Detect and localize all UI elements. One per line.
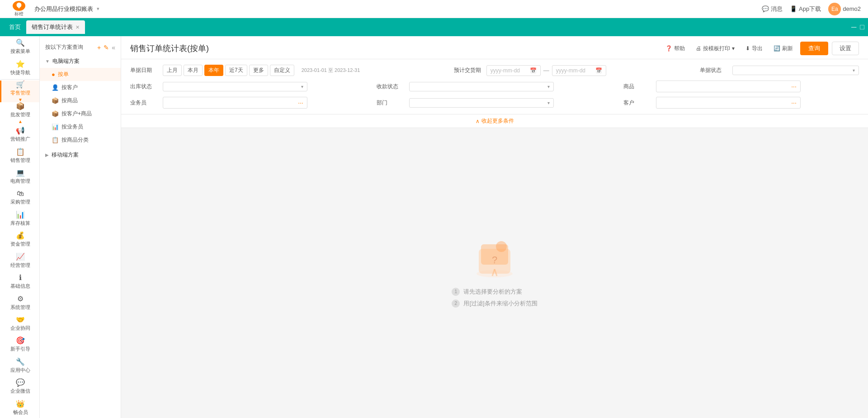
sidebar-item-appcenter[interactable]: 🔧 应用中心 <box>0 355 39 376</box>
app-title: 办公用品行业模拟账表 <box>34 5 93 13</box>
by-product-category-icon: 📋 <box>52 137 59 143</box>
panel-collapse-button[interactable]: « <box>112 44 115 51</box>
customer-more-icon[interactable]: ··· <box>791 99 797 106</box>
sidebar-item-finance[interactable]: 💰 资金管理 <box>0 229 39 250</box>
empty-hint-2: 2 用[过滤]条件来缩小分析范围 <box>452 299 537 308</box>
message-button[interactable]: 💬 消息 <box>762 5 783 13</box>
empty-hints: 1 请先选择要分析的方案 2 用[过滤]条件来缩小分析范围 <box>452 288 537 311</box>
collapse-chevron-icon: ∧ <box>476 118 480 124</box>
date-custom-button[interactable]: 自定义 <box>270 65 294 76</box>
newbie-icon: 🎯 <box>16 336 25 345</box>
right-main: 销售订单统计表(按单) ❓ 帮助 🖨 按模板打印 ▾ ⬇ 导出 <box>121 36 868 418</box>
sidebar-item-system[interactable]: ⚙ 系统管理 <box>0 292 39 313</box>
member-icon: 👑 <box>16 399 25 408</box>
product-select[interactable]: ··· <box>656 81 801 92</box>
app-dropdown-arrow[interactable]: ▾ <box>97 6 99 12</box>
sidebar-item-operation[interactable]: 📈 经营管理 <box>0 250 39 271</box>
user-menu[interactable]: Ea demo2 <box>828 3 861 15</box>
sidebar-item-inventory[interactable]: 📊 库存核算 <box>0 208 39 229</box>
sidebar-search[interactable]: 🔍 搜索菜单 <box>0 36 39 57</box>
date-this-year-button[interactable]: 本年 <box>204 65 223 76</box>
date-last-7-days-button[interactable]: 近7天 <box>225 65 247 76</box>
query-button[interactable]: 查询 <box>800 42 828 55</box>
sidebar-item-purchase[interactable]: 🛍 采购管理 <box>0 187 39 208</box>
print-dropdown-icon: ▾ <box>732 45 735 52</box>
help-button[interactable]: ❓ 帮助 <box>662 43 689 54</box>
empty-area: ? 1 请先选择要分析的方案 2 用[过滤]条件来缩小分析范围 <box>121 128 868 418</box>
sidebar-item-marketing[interactable]: 📢 营销推广 <box>0 124 39 145</box>
filter-row-1: 单据日期 上月 本月 本年 近7天 更多 自定义 2023-01-01 至 20… <box>130 65 859 76</box>
sidebar: 🔍 搜索菜单 ⭐ 快捷导航 🛒 零售管理 ▼ 📦 批发管理 ▲ 📢 营销推广 📋… <box>0 36 40 418</box>
sidebar-item-retail[interactable]: 🛒 零售管理 ▼ <box>0 81 39 102</box>
collapse-bar[interactable]: ∧ 收起更多条件 <box>121 114 868 128</box>
department-label: 部门 <box>377 99 404 107</box>
by-product-icon: 📦 <box>52 97 59 104</box>
collapse-button[interactable]: ∧ 收起更多条件 <box>476 117 514 125</box>
tree-item-by-product-label: 按商品 <box>61 97 78 104</box>
logo-text: 标橙 <box>14 11 24 17</box>
doc-status-select[interactable]: ▾ <box>732 66 859 75</box>
sidebar-item-enterprise[interactable]: 🤝 企业协同 <box>0 313 39 334</box>
date-this-month-button[interactable]: 本月 <box>184 65 203 76</box>
sidebar-item-wholesale[interactable]: 📦 批发管理 ▲ <box>0 102 39 124</box>
tree-item-by-order[interactable]: ● 按单 <box>40 68 121 81</box>
tree-item-by-product-category[interactable]: 📋 按商品分类 <box>40 133 121 147</box>
tree-item-by-product[interactable]: 📦 按商品 <box>40 94 121 107</box>
tab-sales-order-stats[interactable]: 销售订单统计表 ✕ <box>26 20 85 34</box>
panel-add-button[interactable]: + <box>97 44 101 51</box>
empty-illustration: ? <box>467 235 522 280</box>
salesperson-more-icon[interactable]: ··· <box>298 99 303 106</box>
tree-item-by-customer-product[interactable]: 📦 按客户+商品 <box>40 107 121 120</box>
customer-select[interactable]: ··· <box>656 97 801 109</box>
doc-status-arrow-icon: ▾ <box>853 68 855 73</box>
refresh-button[interactable]: 🔄 刷新 <box>770 43 797 54</box>
product-more-icon[interactable]: ··· <box>791 83 797 90</box>
hint-num-2: 2 <box>452 299 460 308</box>
department-select[interactable]: ▾ <box>409 98 554 108</box>
sidebar-item-basic[interactable]: ℹ 基础信息 <box>0 271 39 292</box>
panel-header-actions: + ✎ « <box>97 44 115 51</box>
operation-icon: 📈 <box>16 252 25 261</box>
tab-bar: 首页 销售订单统计表 ✕ ─ □ <box>0 18 868 36</box>
sidebar-item-ecommerce[interactable]: 💻 电商管理 <box>0 166 39 187</box>
sidebar-item-member[interactable]: 👑 畅会员 <box>0 397 39 418</box>
inventory-icon: 📊 <box>16 210 25 219</box>
tree-section-desktop-header[interactable]: ▼ 电脑端方案 <box>40 55 121 68</box>
salesperson-label: 业务员 <box>130 99 157 107</box>
marketing-icon: 📢 <box>16 126 25 135</box>
tab-close-icon[interactable]: ✕ <box>75 24 80 30</box>
panel-edit-button[interactable]: ✎ <box>104 44 109 51</box>
tab-maximize-button[interactable]: □ <box>860 23 864 31</box>
tab-minimize-button[interactable]: ─ <box>851 23 856 31</box>
payment-status-arrow-icon: ▾ <box>547 84 550 89</box>
date-last-month-button[interactable]: 上月 <box>163 65 182 76</box>
expected-delivery-end-input[interactable]: yyyy-mm-dd 📅 <box>552 65 606 76</box>
expected-delivery-start-input[interactable]: yyyy-mm-dd 📅 <box>486 65 541 76</box>
tab-home[interactable]: 首页 <box>4 20 26 34</box>
payment-status-select[interactable]: ▾ <box>409 82 554 91</box>
by-customer-product-icon: 📦 <box>52 110 59 117</box>
salesperson-select[interactable]: ··· <box>163 97 307 109</box>
settings-button[interactable]: 设置 <box>832 42 859 55</box>
date-more-button[interactable]: 更多 <box>249 65 268 76</box>
tree-item-by-customer[interactable]: 👤 按客户 <box>40 81 121 94</box>
export-icon: ⬇ <box>745 45 750 52</box>
tree-item-by-product-category-label: 按商品分类 <box>61 136 89 144</box>
sidebar-item-newbie[interactable]: 🎯 新手引导 <box>0 334 39 355</box>
page-title: 销售订单统计表(按单) <box>130 43 209 54</box>
tree-section-mobile-header[interactable]: ▶ 移动端方案 <box>40 148 121 162</box>
tree-item-by-order-label: 按单 <box>58 71 69 78</box>
tree-item-by-salesperson[interactable]: 📊 按业务员 <box>40 120 121 133</box>
date-label: 单据日期 <box>130 66 157 74</box>
print-icon: 🖨 <box>696 45 701 52</box>
sidebar-quick-nav[interactable]: ⭐ 快捷导航 <box>0 57 39 78</box>
export-button[interactable]: ⬇ 导出 <box>742 43 766 54</box>
search-icon: 🔍 <box>16 38 25 47</box>
print-button[interactable]: 🖨 按模板打印 ▾ <box>692 43 738 54</box>
delivery-status-select[interactable]: ▾ <box>163 82 307 91</box>
ecommerce-icon: 💻 <box>16 168 25 177</box>
delivery-status-label: 出库状态 <box>130 83 157 90</box>
sidebar-item-sales[interactable]: 📋 销售管理 <box>0 145 39 166</box>
sidebar-item-wechat[interactable]: 💬 企业微信 <box>0 376 39 397</box>
app-download-button[interactable]: 📱 App下载 <box>790 5 821 13</box>
